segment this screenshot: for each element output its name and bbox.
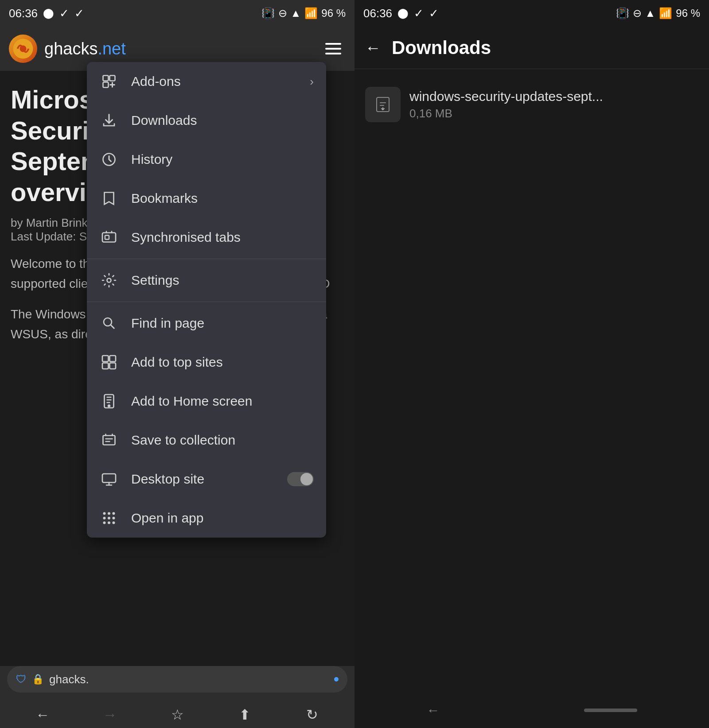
hamburger-button[interactable] bbox=[321, 36, 346, 61]
signal-icon-r: 📶 bbox=[659, 7, 672, 19]
nav-bookmark-button[interactable]: ☆ bbox=[160, 697, 195, 728]
status-bar-left: 06:36 ⬤ ✓ ✓ 📳 ⊖ ▲ 📶 96 % bbox=[0, 0, 354, 27]
lock-icon: 🔒 bbox=[32, 674, 44, 685]
downloads-list: windows-security-updates-sept... 0,16 MB bbox=[354, 69, 709, 140]
menu-item-top-sites[interactable]: Add to top sites bbox=[87, 343, 326, 382]
desktop-site-icon bbox=[99, 469, 119, 489]
signal-icon: 📶 bbox=[304, 7, 318, 19]
menu-divider-2 bbox=[87, 302, 326, 302]
svg-point-18 bbox=[103, 512, 106, 515]
top-sites-icon bbox=[99, 352, 119, 372]
vibrate-icon-r: 📳 bbox=[616, 7, 629, 19]
bottom-nav-bar: ← → ☆ ⬆ ↻ bbox=[0, 693, 354, 728]
right-nav-back-button[interactable]: ← bbox=[427, 703, 440, 718]
url-text: ghacks. bbox=[49, 673, 89, 686]
menu-item-open-app[interactable]: Open in app bbox=[87, 499, 326, 538]
open-app-icon bbox=[99, 508, 119, 528]
svg-point-20 bbox=[113, 512, 115, 515]
url-bar[interactable]: 🛡 🔒 ghacks. bbox=[7, 666, 347, 693]
check-icon2: ✓ bbox=[74, 7, 84, 20]
menu-item-settings[interactable]: Settings bbox=[87, 261, 326, 300]
vibrate-icon: 📳 bbox=[261, 7, 275, 19]
notification-icon-r: ⬤ bbox=[397, 8, 409, 19]
synced-tabs-label: Synchronised tabs bbox=[131, 230, 314, 245]
download-item[interactable]: windows-security-updates-sept... 0,16 MB bbox=[354, 76, 709, 133]
svg-point-15 bbox=[108, 405, 110, 407]
battery-left: 96 % bbox=[321, 7, 346, 19]
downloads-menu-label: Downloads bbox=[131, 113, 314, 128]
bottom-navigation: 🛡 🔒 ghacks. ← → ☆ ⬆ ↻ bbox=[0, 666, 354, 728]
dropdown-menu: Add-ons › Downloads History bbox=[87, 62, 326, 538]
svg-point-26 bbox=[113, 522, 115, 524]
downloads-back-button[interactable]: ← bbox=[365, 39, 381, 57]
right-bottom-nav: ← bbox=[354, 693, 709, 728]
menu-item-addons[interactable]: Add-ons › bbox=[87, 62, 326, 101]
dnd-icon-r: ⊖ bbox=[633, 7, 642, 19]
dnd-icon: ⊖ bbox=[278, 7, 287, 19]
nav-reload-button[interactable]: ↻ bbox=[294, 697, 330, 728]
right-panel: 06:36 ⬤ ✓ ✓ 📳 ⊖ ▲ 📶 96 % ← Downloads bbox=[354, 0, 709, 728]
time-right: 06:36 bbox=[363, 7, 392, 20]
synced-tabs-icon bbox=[99, 228, 119, 247]
addons-icon bbox=[99, 72, 119, 91]
left-panel: 06:36 ⬤ ✓ ✓ 📳 ⊖ ▲ 📶 96 % ghacks.net bbox=[0, 0, 354, 728]
battery-right: 96 % bbox=[676, 7, 700, 19]
addons-label: Add-ons bbox=[131, 74, 297, 89]
collection-label: Save to collection bbox=[131, 433, 314, 448]
notification-icon: ⬤ bbox=[43, 8, 54, 19]
bookmarks-icon bbox=[99, 189, 119, 208]
svg-point-8 bbox=[107, 279, 111, 283]
nav-back-button[interactable]: ← bbox=[25, 697, 60, 728]
shield-icon: 🛡 bbox=[16, 673, 27, 685]
menu-item-find[interactable]: Find in page bbox=[87, 304, 326, 343]
collection-icon bbox=[99, 430, 119, 450]
find-icon bbox=[99, 314, 119, 333]
download-file-icon bbox=[365, 87, 401, 122]
svg-rect-13 bbox=[110, 363, 116, 369]
svg-rect-2 bbox=[103, 76, 109, 81]
svg-rect-11 bbox=[110, 356, 116, 362]
svg-point-22 bbox=[108, 517, 110, 519]
home-screen-icon bbox=[99, 391, 119, 411]
downloads-menu-icon bbox=[99, 111, 119, 130]
download-filename: windows-security-updates-sept... bbox=[409, 89, 698, 104]
menu-item-home-screen[interactable]: Add to Home screen bbox=[87, 382, 326, 421]
menu-item-desktop-site[interactable]: Desktop site bbox=[87, 460, 326, 499]
nav-share-button[interactable]: ⬆ bbox=[227, 697, 262, 728]
desktop-site-label: Desktop site bbox=[131, 472, 275, 487]
open-app-label: Open in app bbox=[131, 511, 314, 526]
nav-forward-button[interactable]: → bbox=[92, 697, 128, 728]
svg-point-24 bbox=[103, 522, 106, 524]
svg-rect-4 bbox=[103, 82, 109, 88]
svg-rect-7 bbox=[105, 236, 109, 240]
downloads-page-title: Downloads bbox=[392, 37, 491, 58]
status-bar-right: 06:36 ⬤ ✓ ✓ 📳 ⊖ ▲ 📶 96 % bbox=[354, 0, 709, 27]
menu-item-history[interactable]: History bbox=[87, 140, 326, 179]
check-icon2-r: ✓ bbox=[429, 7, 439, 20]
right-home-pill[interactable] bbox=[584, 709, 637, 712]
svg-rect-3 bbox=[110, 76, 115, 81]
download-filesize: 0,16 MB bbox=[409, 107, 698, 120]
menu-item-collection[interactable]: Save to collection bbox=[87, 421, 326, 460]
menu-item-downloads[interactable]: Downloads bbox=[87, 101, 326, 140]
svg-rect-12 bbox=[102, 363, 109, 369]
download-info: windows-security-updates-sept... 0,16 MB bbox=[409, 89, 698, 120]
history-icon bbox=[99, 150, 119, 169]
check-icon: ✓ bbox=[59, 7, 69, 20]
settings-icon bbox=[99, 271, 119, 290]
desktop-site-toggle[interactable] bbox=[287, 472, 314, 486]
time-left: 06:36 bbox=[9, 7, 38, 20]
svg-point-21 bbox=[103, 517, 106, 519]
downloads-toolbar: ← Downloads bbox=[354, 27, 709, 69]
menu-item-bookmarks[interactable]: Bookmarks bbox=[87, 179, 326, 218]
top-sites-label: Add to top sites bbox=[131, 355, 314, 370]
svg-point-23 bbox=[113, 517, 115, 519]
svg-rect-16 bbox=[103, 436, 115, 445]
svg-point-1 bbox=[20, 46, 27, 52]
svg-point-19 bbox=[108, 512, 110, 515]
settings-label: Settings bbox=[131, 273, 314, 288]
url-dot bbox=[334, 677, 339, 682]
menu-item-synced-tabs[interactable]: Synchronised tabs bbox=[87, 218, 326, 257]
bookmarks-label: Bookmarks bbox=[131, 191, 314, 206]
check-icon-r: ✓ bbox=[414, 7, 424, 20]
